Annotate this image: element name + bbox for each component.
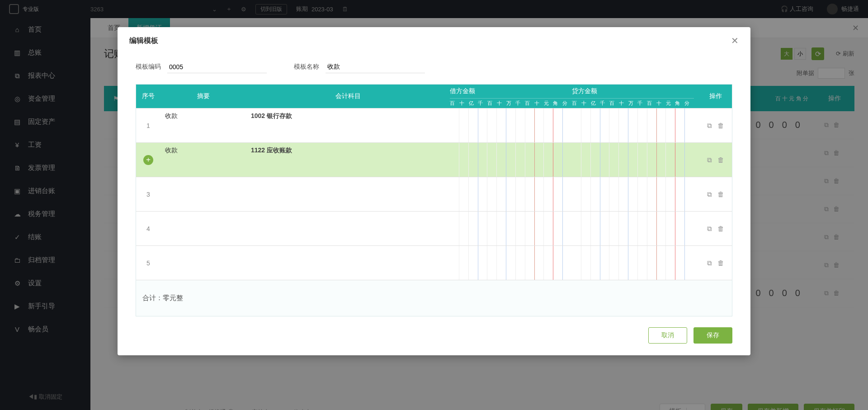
digit-header: 十 <box>656 99 666 108</box>
header-subject: 会计科目 <box>246 85 450 108</box>
digit-header: 万 <box>506 99 516 108</box>
copy-icon[interactable]: ⧉ <box>707 225 712 233</box>
cell-debit[interactable] <box>450 212 572 245</box>
digit-header: 分 <box>684 99 694 108</box>
cell-ops: ⧉🗑 <box>694 108 737 142</box>
delete-icon[interactable]: 🗑 <box>717 190 724 198</box>
cell-summary[interactable] <box>160 177 246 211</box>
delete-icon[interactable]: 🗑 <box>717 259 724 267</box>
cell-summary[interactable] <box>160 246 246 280</box>
header-summary: 摘要 <box>160 85 246 108</box>
template-row[interactable]: 4⧉🗑 <box>136 211 732 245</box>
template-table-header: 序号 摘要 会计科目 借方金额 百十亿千百十万千百十元角分 贷方金额 百十亿千百… <box>136 85 732 108</box>
cell-summary[interactable]: 收款 <box>160 108 246 142</box>
save-button[interactable]: 保存 <box>693 327 732 344</box>
template-row[interactable]: ＋收款1122 应收账款⧉🗑 <box>136 142 732 177</box>
cell-seq: 1 <box>136 108 160 142</box>
cancel-button[interactable]: 取消 <box>648 327 687 344</box>
cell-credit[interactable] <box>572 212 694 245</box>
delete-icon[interactable]: 🗑 <box>717 122 724 129</box>
template-row[interactable]: 1收款1002 银行存款⧉🗑 <box>136 108 732 142</box>
digit-header: 百 <box>525 99 534 108</box>
digit-header: 百 <box>609 99 619 108</box>
cell-subject[interactable] <box>246 177 450 211</box>
digit-header: 十 <box>534 99 544 108</box>
cell-seq: ＋ <box>136 143 160 177</box>
digit-header: 千 <box>600 99 609 108</box>
header-ops: 操作 <box>694 85 737 108</box>
cell-seq: 4 <box>136 212 160 245</box>
template-table: 序号 摘要 会计科目 借方金额 百十亿千百十万千百十元角分 贷方金额 百十亿千百… <box>136 84 732 316</box>
digit-header: 十 <box>497 99 506 108</box>
digit-header: 百 <box>450 99 459 108</box>
close-icon[interactable]: ✕ <box>731 35 739 46</box>
template-code-input[interactable] <box>167 61 267 73</box>
digit-header: 十 <box>619 99 628 108</box>
cell-credit[interactable] <box>572 246 694 280</box>
cell-debit[interactable] <box>450 177 572 211</box>
cell-ops: ⧉🗑 <box>694 246 737 280</box>
digit-header: 千 <box>637 99 647 108</box>
copy-icon[interactable]: ⧉ <box>707 190 712 198</box>
cell-ops: ⧉🗑 <box>694 143 737 177</box>
template-name-label: 模板名称 <box>294 63 319 71</box>
digit-header: 千 <box>478 99 487 108</box>
cell-summary[interactable] <box>160 212 246 245</box>
digit-header: 分 <box>562 99 572 108</box>
digit-header: 万 <box>628 99 638 108</box>
modal-header: 编辑模板 ✕ <box>118 27 750 54</box>
cell-subject[interactable]: 1002 银行存款 <box>246 108 450 142</box>
modal-overlay: 编辑模板 ✕ 模板编码 模板名称 序号 摘要 会计科目 借方金额 百十亿千百十万… <box>0 0 868 410</box>
cell-seq: 5 <box>136 246 160 280</box>
digit-header: 角 <box>553 99 562 108</box>
header-debit: 借方金额 百十亿千百十万千百十元角分 <box>450 85 572 108</box>
template-row[interactable]: 3⧉🗑 <box>136 177 732 211</box>
digit-header: 十 <box>581 99 591 108</box>
cell-seq: 3 <box>136 177 160 211</box>
cell-subject[interactable]: 1122 应收账款 <box>246 143 450 177</box>
cell-ops: ⧉🗑 <box>694 177 737 211</box>
digit-header: 元 <box>544 99 553 108</box>
total-row: 合计：零元整 <box>136 280 732 316</box>
cell-credit[interactable] <box>572 108 694 142</box>
cell-debit[interactable] <box>450 108 572 142</box>
add-row-button[interactable]: ＋ <box>143 155 153 165</box>
digit-header: 元 <box>666 99 675 108</box>
delete-icon[interactable]: 🗑 <box>717 156 724 164</box>
template-name-input[interactable] <box>326 61 425 73</box>
modal-title: 编辑模板 <box>129 36 158 46</box>
digit-header: 千 <box>515 99 525 108</box>
cell-debit[interactable] <box>450 246 572 280</box>
cell-subject[interactable] <box>246 212 450 245</box>
cell-ops: ⧉🗑 <box>694 212 737 245</box>
digit-header: 亿 <box>591 99 600 108</box>
digit-header: 亿 <box>469 99 478 108</box>
copy-icon[interactable]: ⧉ <box>707 156 712 164</box>
header-seq: 序号 <box>136 85 160 108</box>
header-credit: 贷方金额 百十亿千百十万千百十元角分 <box>572 85 694 108</box>
digit-header: 十 <box>459 99 469 108</box>
template-code-label: 模板编码 <box>136 63 161 71</box>
cell-subject[interactable] <box>246 246 450 280</box>
digit-header: 百 <box>487 99 497 108</box>
cell-credit[interactable] <box>572 143 694 177</box>
digit-header: 百 <box>647 99 656 108</box>
digit-header: 百 <box>572 99 581 108</box>
digit-header: 角 <box>675 99 684 108</box>
copy-icon[interactable]: ⧉ <box>707 122 712 130</box>
delete-icon[interactable]: 🗑 <box>717 225 724 232</box>
template-row[interactable]: 5⧉🗑 <box>136 245 732 280</box>
modal-footer: 取消 保存 <box>118 316 750 355</box>
cell-debit[interactable] <box>450 143 572 177</box>
modal-inputs: 模板编码 模板名称 <box>118 54 750 84</box>
edit-template-modal: 编辑模板 ✕ 模板编码 模板名称 序号 摘要 会计科目 借方金额 百十亿千百十万… <box>118 27 750 355</box>
cell-summary[interactable]: 收款 <box>160 143 246 177</box>
copy-icon[interactable]: ⧉ <box>707 259 712 267</box>
cell-credit[interactable] <box>572 177 694 211</box>
